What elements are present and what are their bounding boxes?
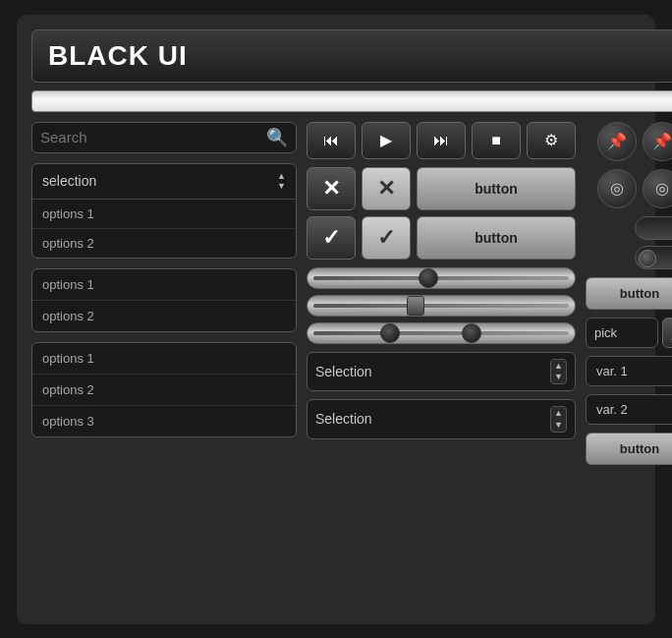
right-button-1[interactable]: button [586, 277, 672, 310]
main-content: 🔍 selection ▲ ▼ options 1 options 2 opti… [31, 122, 672, 465]
toggle-knob-2 [639, 250, 656, 267]
settings-button[interactable]: ⚙ [527, 122, 576, 159]
dropdown-selected: selection [42, 173, 96, 189]
selection-arrows-1[interactable]: ▲ ▼ [550, 359, 567, 385]
slider-thumb-2[interactable] [407, 296, 424, 316]
list-item[interactable]: options 3 [32, 406, 296, 436]
main-container: BLACK UI 🔍 selection ▲ ▼ options [17, 15, 655, 624]
sel-down-2: ▼ [554, 420, 563, 431]
pin-button-2[interactable]: 📌 [643, 122, 672, 161]
slider-1[interactable] [307, 267, 576, 289]
arrow-up: ▲ [277, 172, 286, 181]
slider-2[interactable] [307, 295, 576, 317]
list-box-1: options 1 options 2 [31, 268, 297, 332]
list-item[interactable]: options 2 [32, 375, 296, 406]
rewind-button[interactable]: ⏮ [307, 122, 356, 159]
middle-column: ⏮ ▶ ⏭ ■ ⚙ ✕ [307, 122, 576, 465]
selection-box-2[interactable]: Selection ▲ ▼ [307, 399, 576, 439]
search-icon[interactable]: 🔍 [266, 127, 288, 148]
x-icon: ✕ [377, 176, 395, 202]
var-item-2[interactable]: var. 2 [586, 394, 672, 425]
fastforward-button[interactable]: ⏭ [417, 122, 466, 159]
check-dark-button[interactable]: ✓ [307, 216, 356, 260]
arrow-down: ▼ [277, 182, 286, 191]
knob-2[interactable]: ◎ [643, 169, 672, 208]
selection-box-1[interactable]: Selection ▲ ▼ [307, 352, 576, 392]
toggle-2[interactable] [635, 246, 672, 269]
sel-up-1: ▲ [554, 361, 563, 372]
title-bar: BLACK UI [31, 29, 672, 83]
sel-down-1: ▼ [554, 372, 563, 382]
check-light-button[interactable]: ✓ [362, 216, 411, 260]
search-wrapper: 🔍 [31, 122, 297, 153]
app-title: BLACK UI [48, 40, 188, 71]
toggle-row [586, 216, 672, 269]
pick-pin-button[interactable]: 📌 [662, 318, 672, 348]
selection-label-1: Selection [315, 364, 372, 379]
selection-arrows-2[interactable]: ▲ ▼ [550, 406, 567, 433]
search-input[interactable] [40, 129, 260, 145]
progress-bar [31, 90, 672, 112]
pin-row-1: 📌 📌 [597, 122, 672, 161]
transport-bar: ⏮ ▶ ⏭ ■ ⚙ [307, 122, 576, 159]
list-box-2: options 1 options 2 options 3 [31, 342, 297, 437]
stop-icon: ■ [491, 132, 501, 149]
close-light-button[interactable]: ✕ [362, 167, 411, 210]
slider-track-3 [313, 331, 569, 335]
slider-thumb-3b[interactable] [462, 323, 481, 343]
stop-button[interactable]: ■ [472, 122, 521, 159]
title-section: BLACK UI [31, 29, 672, 112]
left-column: 🔍 selection ▲ ▼ options 1 options 2 opti… [31, 122, 297, 465]
check-icon: ✓ [377, 225, 395, 251]
dropdown-arrows[interactable]: ▲ ▼ [277, 172, 286, 191]
pin-icon-2: 📌 [652, 132, 672, 150]
slider-thumb-3a[interactable] [380, 323, 400, 343]
dropdown-header[interactable]: selection ▲ ▼ [32, 164, 296, 200]
fastforward-icon: ⏭ [433, 132, 449, 149]
slider-area [307, 267, 576, 344]
close-dark-button[interactable]: ✕ [307, 167, 356, 210]
pin-button-1[interactable]: 📌 [597, 122, 637, 161]
slider-track-1 [313, 276, 569, 280]
list-item[interactable]: options 1 [32, 200, 296, 229]
right-column: 📌 📌 ◎ ◎ button [586, 122, 672, 465]
play-button[interactable]: ▶ [362, 122, 411, 159]
dropdown-box: selection ▲ ▼ options 1 options 2 [31, 163, 297, 259]
slider-thumb-1[interactable] [419, 268, 438, 288]
toggle-1[interactable] [635, 216, 672, 240]
pick-row: pick 📌 [586, 318, 672, 348]
rewind-icon: ⏮ [323, 132, 339, 149]
button-1[interactable]: button [417, 167, 576, 210]
knob-row: ◎ ◎ [597, 169, 672, 208]
list-item[interactable]: options 2 [32, 301, 296, 331]
selection-label-2: Selection [315, 411, 372, 427]
right-button-2[interactable]: button [586, 433, 672, 465]
play-icon: ▶ [380, 131, 392, 149]
var-item-1[interactable]: var. 1 [586, 356, 672, 386]
gear-icon: ⚙ [544, 131, 558, 149]
list-item[interactable]: options 1 [32, 343, 296, 375]
slider-track-2 [313, 304, 569, 308]
pick-label: pick [586, 318, 658, 348]
slider-3[interactable] [307, 322, 576, 344]
x-icon: ✕ [322, 176, 340, 202]
sel-up-2: ▲ [554, 408, 563, 419]
list-item[interactable]: options 1 [32, 269, 296, 301]
knob-1[interactable]: ◎ [597, 169, 637, 208]
list-item[interactable]: options 2 [32, 229, 296, 258]
button-2[interactable]: button [417, 216, 576, 260]
pin-icon-1: 📌 [607, 132, 627, 150]
check-icon: ✓ [322, 225, 340, 251]
button-grid: ✕ ✕ button ✓ ✓ button [307, 167, 576, 260]
